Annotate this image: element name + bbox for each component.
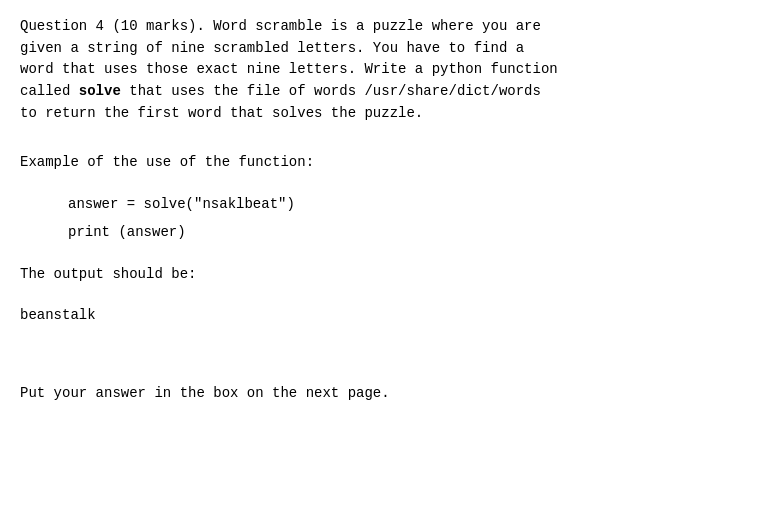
- spacer-6: [20, 355, 759, 383]
- question-line-4: called solve that uses the file of words…: [20, 81, 759, 103]
- solve-keyword: solve: [79, 83, 121, 99]
- output-label: The output should be:: [20, 264, 759, 286]
- code-line-1: answer = solve("nsaklbeat"): [20, 194, 759, 216]
- footer-text: Put your answer in the box on the next p…: [20, 383, 759, 405]
- question-block: Question 4 (10 marks). Word scramble is …: [20, 16, 759, 124]
- spacer-5: [20, 327, 759, 355]
- spacer-2: [20, 180, 759, 194]
- page-content: Question 4 (10 marks). Word scramble is …: [0, 0, 779, 520]
- question-line-3: word that uses those exact nine letters.…: [20, 59, 759, 81]
- spacer-4: [20, 291, 759, 305]
- code-line-2: print (answer): [20, 222, 759, 244]
- spacer-1: [20, 124, 759, 152]
- question-line-5: to return the first word that solves the…: [20, 103, 759, 125]
- question-line4-post: that uses the file of words /usr/share/d…: [121, 83, 541, 99]
- question-line-1: Question 4 (10 marks). Word scramble is …: [20, 16, 759, 38]
- question-line-2: given a string of nine scrambled letters…: [20, 38, 759, 60]
- spacer-3: [20, 250, 759, 264]
- output-value: beanstalk: [20, 305, 759, 327]
- example-label: Example of the use of the function:: [20, 152, 759, 174]
- question-line4-pre: called: [20, 83, 79, 99]
